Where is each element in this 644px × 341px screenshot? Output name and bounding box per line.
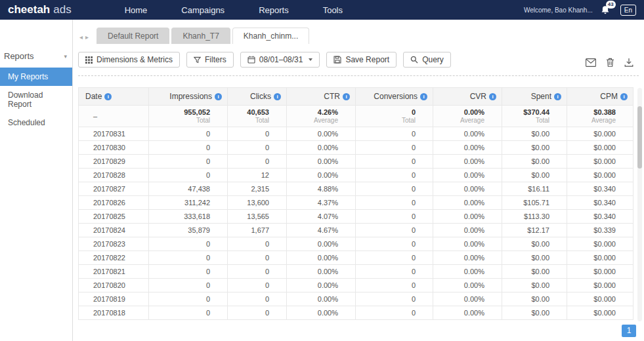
- page-layout: Reports ▾ My Reports Download Report Sch…: [0, 20, 644, 341]
- table-header-row: DateiImpressionsiClicksiCTRiConversionsi…: [79, 88, 633, 106]
- column-label: CTR: [324, 92, 340, 101]
- info-icon[interactable]: i: [554, 93, 561, 100]
- table-cell: 0.00%: [433, 182, 502, 196]
- query-button[interactable]: Query: [403, 52, 451, 68]
- sidebar-item-download-report[interactable]: Download Report: [0, 86, 72, 113]
- column-label: Conversions: [374, 92, 418, 101]
- trash-icon[interactable]: [606, 58, 614, 67]
- table-row: 20170818000.00%00.00%$0.00$0.000: [79, 306, 633, 320]
- summary-cell: $0.388Average: [567, 106, 633, 127]
- table-cell: 0: [149, 251, 228, 265]
- table-cell: 4.37%: [287, 196, 356, 210]
- info-icon[interactable]: i: [489, 93, 496, 100]
- chevron-down-icon: ▾: [64, 53, 67, 60]
- table-cell: $0.00: [502, 155, 567, 169]
- notifications-bell-icon[interactable]: 43: [601, 5, 610, 15]
- info-icon[interactable]: i: [274, 93, 281, 100]
- column-header-date: Datei: [79, 88, 149, 106]
- table-cell: $12.17: [502, 224, 567, 237]
- table-cell: $0.000: [567, 279, 633, 292]
- grid-icon: [85, 56, 93, 64]
- column-label: Clicks: [250, 92, 271, 101]
- filters-button[interactable]: Filters: [186, 52, 234, 68]
- tab-default-report[interactable]: Default Report: [97, 28, 169, 44]
- date-cell: 20170827: [79, 182, 149, 196]
- table-row: 2017082747,4382,3154.88%00.00%$16.11$0.3…: [79, 182, 633, 196]
- table-cell: 0: [356, 196, 433, 210]
- info-icon[interactable]: i: [104, 93, 112, 100]
- table-cell: 0: [228, 292, 287, 306]
- table-cell: 0.00%: [433, 224, 502, 237]
- table-cell: $0.339: [567, 224, 633, 237]
- summary-cell: $370.44Total: [502, 106, 567, 127]
- table-cell: $0.000: [567, 251, 633, 265]
- tab-scroll-arrows[interactable]: ◂▸: [79, 33, 91, 41]
- tab-khanh-chinm[interactable]: Khanh_chinm...: [232, 28, 309, 44]
- save-report-button[interactable]: Save Report: [326, 52, 397, 68]
- table-cell: 2,315: [228, 182, 287, 196]
- date-cell: 20170821: [79, 265, 149, 279]
- brand-light-text: ads: [53, 3, 71, 16]
- table-cell: $0.000: [567, 265, 633, 279]
- table-cell: 0: [356, 224, 433, 237]
- column-header-conversions: Conversionsi: [356, 88, 433, 106]
- language-button[interactable]: En: [620, 5, 636, 16]
- info-icon[interactable]: i: [343, 93, 350, 100]
- table-row: 20170823000.00%00.00%$0.00$0.000: [79, 237, 633, 251]
- email-icon[interactable]: [586, 58, 596, 67]
- info-icon[interactable]: i: [620, 93, 628, 100]
- filter-funnel-icon: [194, 56, 201, 64]
- vertical-scrollbar[interactable]: [637, 88, 642, 321]
- table-cell: 0.00%: [433, 265, 502, 279]
- tab-scroll-right-icon[interactable]: ▸: [85, 33, 91, 41]
- dimensions-metrics-button[interactable]: Dimensions & Metrics: [78, 52, 180, 68]
- date-cell: 20170830: [79, 141, 149, 155]
- table-cell: $0.00: [502, 265, 567, 279]
- user-menu[interactable]: Welcome, Bao Khanh...: [524, 7, 593, 14]
- date-cell: 20170824: [79, 224, 149, 237]
- table-cell: 0: [149, 279, 228, 292]
- table-cell: 0: [356, 279, 433, 292]
- pagination-page-1[interactable]: 1: [622, 325, 636, 337]
- download-icon[interactable]: [624, 58, 633, 67]
- nav-home[interactable]: Home: [108, 5, 165, 15]
- tab-scroll-left-icon[interactable]: ◂: [79, 33, 85, 41]
- brand-logo[interactable]: cheetahads: [8, 3, 72, 16]
- table-cell: 0.00%: [433, 127, 502, 141]
- info-icon[interactable]: i: [215, 93, 222, 100]
- scrollbar-thumb[interactable]: [637, 106, 642, 169]
- table-cell: 47,438: [149, 182, 228, 196]
- date-cell: 20170825: [79, 210, 149, 224]
- table-cell: 0: [149, 265, 228, 279]
- table-cell: 0.00%: [287, 169, 356, 182]
- nav-tools[interactable]: Tools: [306, 5, 360, 15]
- column-label: Spent: [531, 92, 551, 101]
- calendar-icon: [247, 56, 255, 64]
- table-cell: 0.00%: [287, 141, 356, 155]
- sidebar-item-scheduled[interactable]: Scheduled: [0, 113, 72, 132]
- info-icon[interactable]: i: [420, 93, 427, 100]
- date-cell: 20170828: [79, 169, 149, 182]
- table-cell: 0.00%: [287, 155, 356, 169]
- sidebar: Reports ▾ My Reports Download Report Sch…: [0, 20, 73, 341]
- table-cell: 0: [356, 237, 433, 251]
- table-cell: 12: [228, 169, 287, 182]
- sidebar-section-reports[interactable]: Reports ▾: [0, 47, 72, 68]
- table-cell: $0.000: [567, 237, 633, 251]
- table-cell: 0: [149, 237, 228, 251]
- date-cell: 20170820: [79, 279, 149, 292]
- sidebar-item-my-reports[interactable]: My Reports: [0, 68, 72, 86]
- date-cell: 20170822: [79, 251, 149, 265]
- date-cell: 20170818: [79, 306, 149, 320]
- nav-campaigns[interactable]: Campaigns: [164, 5, 242, 15]
- table-cell: $0.00: [502, 141, 567, 155]
- date-range-label: 08/01–08/31: [259, 55, 303, 64]
- tab-khanh-t7[interactable]: Khanh_T7: [171, 28, 230, 44]
- nav-reports[interactable]: Reports: [242, 5, 306, 15]
- column-header-cpm: CPMi: [567, 88, 633, 106]
- date-range-button[interactable]: 08/01–08/31: [240, 52, 320, 68]
- top-navbar: cheetahads Home Campaigns Reports Tools …: [0, 0, 644, 20]
- column-header-clicks: Clicksi: [228, 88, 287, 106]
- table-cell: 311,242: [149, 196, 228, 210]
- table-cell: $0.340: [567, 182, 633, 196]
